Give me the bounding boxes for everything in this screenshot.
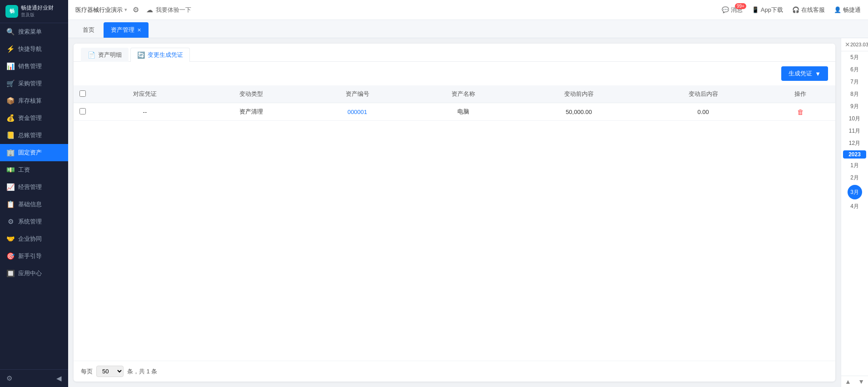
messages-button[interactable]: 💬 消息 99+ bbox=[722, 6, 743, 14]
month-item[interactable]: 4月 bbox=[841, 200, 868, 213]
sub-tabs: 📄资产明细🔄变更生成凭证 bbox=[74, 44, 835, 62]
sidebar-item-basic-info[interactable]: 📋基础信息 bbox=[0, 196, 68, 213]
purchase-icon: 🛒 bbox=[6, 79, 15, 88]
sidebar-item-operations[interactable]: 📈经营管理 bbox=[0, 179, 68, 196]
app-download-button[interactable]: 📱 App下载 bbox=[752, 6, 783, 14]
th-change-type: 变动类型 bbox=[198, 85, 304, 103]
right-panel-close-icon[interactable]: ✕ bbox=[845, 41, 850, 48]
sidebar-item-purchase[interactable]: 🛒采购管理 bbox=[0, 75, 68, 92]
tabbar: 首页资产管理✕ bbox=[68, 20, 868, 38]
row-change-type: 资产清理 bbox=[198, 103, 304, 121]
row-checkbox[interactable] bbox=[79, 108, 86, 114]
row-voucher: -- bbox=[92, 103, 198, 121]
sidebar-item-search[interactable]: 🔍搜索菜单 bbox=[0, 23, 68, 40]
app-logo-text: 畅捷通好业财 普及版 bbox=[21, 5, 54, 18]
generate-voucher-label: 生成凭证 bbox=[789, 69, 812, 78]
sidebar-item-label: 经营管理 bbox=[18, 183, 42, 191]
pagination: 每页 102050100 条，共 1 条 bbox=[74, 361, 835, 382]
sidebar-bottom: ⚙ ◀ bbox=[0, 369, 68, 387]
month-item[interactable]: 10月 bbox=[841, 113, 868, 125]
row-asset-code: 000001 bbox=[304, 103, 411, 121]
sidebar-item-label: 工资 bbox=[18, 166, 30, 174]
generate-voucher-button[interactable]: 生成凭证 ▼ bbox=[781, 66, 828, 81]
asset-panel: 📄资产明细🔄变更生成凭证 生成凭证 ▼ 对应凭证 bbox=[74, 44, 835, 382]
sidebar-item-label: 采购管理 bbox=[18, 79, 42, 88]
sidebar-item-quicknav[interactable]: ⚡快捷导航 bbox=[0, 40, 68, 58]
nav-down-arrow[interactable]: ▼ bbox=[858, 378, 864, 385]
sidebar-item-payroll[interactable]: 💵工资 bbox=[0, 161, 68, 179]
sidebar-item-app-center[interactable]: 🔲应用中心 bbox=[0, 265, 68, 282]
month-item[interactable]: 9月 bbox=[841, 100, 868, 113]
sidebar-item-sales[interactable]: 📊销售管理 bbox=[0, 58, 68, 75]
tab-label: 首页 bbox=[83, 26, 94, 33]
messages-icon: 💬 bbox=[722, 6, 729, 13]
month-item[interactable]: 1月 bbox=[841, 159, 868, 172]
month-item[interactable]: 7月 bbox=[841, 76, 868, 88]
topbar: 医疗器械行业演示 ▾ ⚙ ☁ 我要体验一下 💬 消息 99+ 📱 App下载 🎧… bbox=[68, 0, 868, 20]
fixed-assets-icon: 🏢 bbox=[6, 149, 15, 157]
right-panel-year-label: 2023.03 bbox=[850, 42, 868, 47]
collapse-icon[interactable]: ◀ bbox=[56, 374, 62, 382]
guide-icon: 🎯 bbox=[6, 252, 15, 260]
change-voucher-table: 对应凭证 变动类型 资产编号 资产名称 变动前内容 变动后内容 操作 -- 资产… bbox=[74, 85, 835, 121]
user-label: 畅捷通 bbox=[843, 6, 861, 14]
page-content: 📄资产明细🔄变更生成凭证 生成凭证 ▼ 对应凭证 bbox=[68, 38, 868, 387]
month-item[interactable]: 8月 bbox=[841, 88, 868, 100]
right-date-panel: ✕ 2023.03 ⛶ 5月6月7月8月9月10月11月12月20231月2月3… bbox=[841, 38, 868, 387]
funds-icon: 💰 bbox=[6, 114, 15, 122]
app-logo-icon: 畅 bbox=[5, 5, 18, 18]
sales-icon: 📊 bbox=[6, 62, 15, 70]
th-before-change: 变动前内容 bbox=[516, 85, 641, 103]
month-item[interactable]: 3月 bbox=[848, 185, 862, 199]
tab-asset-management[interactable]: 资产管理✕ bbox=[104, 22, 149, 38]
messages-badge: 99+ bbox=[735, 3, 746, 9]
topbar-settings-icon[interactable]: ⚙ bbox=[133, 5, 139, 14]
total-label: 条，共 1 条 bbox=[127, 367, 157, 376]
sidebar-item-label: 搜索菜单 bbox=[18, 28, 42, 36]
sub-tab-change-voucher[interactable]: 🔄变更生成凭证 bbox=[130, 48, 190, 62]
operations-icon: 📈 bbox=[6, 183, 15, 191]
nav-up-arrow[interactable]: ▲ bbox=[845, 378, 851, 385]
sidebar-item-system[interactable]: ⚙系统管理 bbox=[0, 213, 68, 230]
month-item[interactable]: 12月 bbox=[841, 137, 868, 149]
sidebar-nav: 🔍搜索菜单⚡快捷导航📊销售管理🛒采购管理📦库存核算💰资金管理📒总账管理🏢固定资产… bbox=[0, 23, 68, 369]
select-all-checkbox[interactable] bbox=[79, 90, 86, 97]
th-asset-name: 资产名称 bbox=[411, 85, 517, 103]
asset-detail-icon: 📄 bbox=[88, 51, 95, 59]
month-item[interactable]: 11月 bbox=[841, 125, 868, 137]
table-row: -- 资产清理 000001 电脑 50,000.00 0.00 🗑 bbox=[74, 103, 835, 121]
basic-info-icon: 📋 bbox=[6, 200, 15, 208]
year-marker[interactable]: 2023 bbox=[843, 150, 866, 159]
sidebar-item-enterprise[interactable]: 🤝企业协同 bbox=[0, 230, 68, 248]
sidebar-item-label: 总账管理 bbox=[18, 131, 42, 139]
support-label: 在线客服 bbox=[801, 6, 825, 14]
settings-icon[interactable]: ⚙ bbox=[6, 374, 12, 382]
month-item[interactable]: 2月 bbox=[841, 172, 868, 184]
company-selector[interactable]: 医疗器械行业演示 ▾ bbox=[75, 6, 127, 14]
sidebar-item-guide[interactable]: 🎯新手引导 bbox=[0, 248, 68, 265]
sidebar-item-ledger[interactable]: 📒总账管理 bbox=[0, 127, 68, 144]
sidebar-item-funds[interactable]: 💰资金管理 bbox=[0, 109, 68, 127]
per-page-select[interactable]: 102050100 bbox=[96, 366, 124, 377]
th-after-change: 变动后内容 bbox=[641, 85, 765, 103]
tab-home[interactable]: 首页 bbox=[75, 22, 102, 38]
tab-close-icon[interactable]: ✕ bbox=[137, 27, 141, 33]
experience-button[interactable]: ☁ 我要体验一下 bbox=[146, 6, 191, 14]
delete-button[interactable]: 🗑 bbox=[797, 108, 804, 116]
app-center-icon: 🔲 bbox=[6, 269, 15, 278]
row-asset-name: 电脑 bbox=[411, 103, 517, 121]
sidebar-item-inventory[interactable]: 📦库存核算 bbox=[0, 92, 68, 109]
table-container: 对应凭证 变动类型 资产编号 资产名称 变动前内容 变动后内容 操作 -- 资产… bbox=[74, 85, 835, 361]
sub-tab-label: 资产明细 bbox=[98, 51, 122, 59]
user-menu[interactable]: 👤 畅捷通 bbox=[834, 6, 861, 14]
system-icon: ⚙ bbox=[6, 218, 15, 226]
sidebar-item-fixed-assets[interactable]: 🏢固定资产 bbox=[0, 144, 68, 161]
month-item[interactable]: 6月 bbox=[841, 64, 868, 76]
right-panel-header: ✕ 2023.03 ⛶ bbox=[841, 38, 868, 51]
month-item[interactable]: 5月 bbox=[841, 51, 868, 64]
inventory-icon: 📦 bbox=[6, 97, 15, 105]
th-asset-code: 资产编号 bbox=[304, 85, 411, 103]
sub-tab-asset-detail[interactable]: 📄资产明细 bbox=[81, 48, 129, 62]
main-area: 医疗器械行业演示 ▾ ⚙ ☁ 我要体验一下 💬 消息 99+ 📱 App下载 🎧… bbox=[68, 0, 868, 387]
support-button[interactable]: 🎧 在线客服 bbox=[792, 6, 825, 14]
